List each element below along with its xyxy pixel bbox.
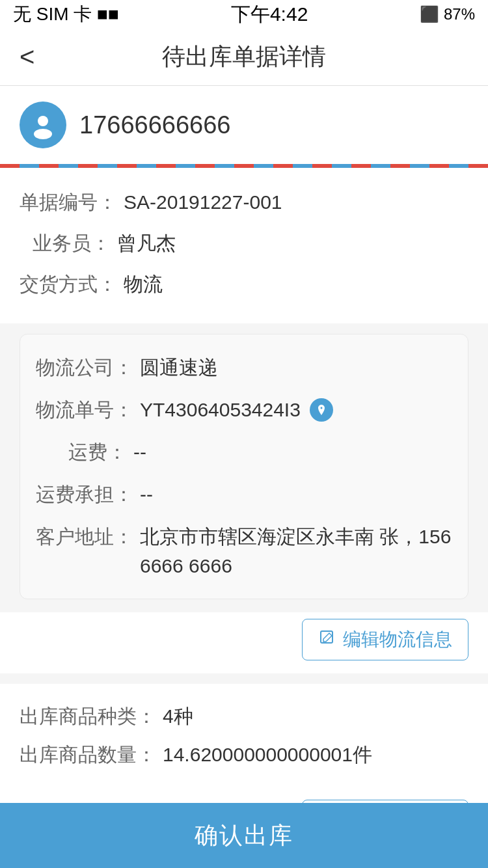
logistics-tracking-value: YT43064053424I3 — [133, 395, 452, 424]
logistics-freight-bear-label: 运费承担： — [36, 480, 133, 509]
status-left: 无 SIM 卡 ■■ — [13, 2, 119, 27]
status-time: 下午4:42 — [231, 1, 308, 28]
logistics-freight-bear-row: 运费承担： -- — [36, 480, 452, 509]
goods-section: 出库商品种类： 4种 出库商品数量： 14.620000000000001件 — [0, 684, 488, 793]
logistics-freight-row: 运费： -- — [36, 437, 452, 467]
salesman-value: 曾凡杰 — [111, 228, 468, 258]
logistics-card: 物流公司： 圆通速递 物流单号： YT43064053424I3 运费： -- … — [20, 334, 468, 599]
confirm-button-label: 确认出库 — [195, 820, 293, 852]
doc-number-row: 单据编号： SA-20191227-001 — [20, 187, 468, 217]
goods-quantity-label: 出库商品数量： — [20, 742, 156, 768]
avatar — [20, 102, 66, 148]
nav-bar: < 待出库单据详情 — [0, 29, 488, 86]
battery-icon: ⬛ 87% — [420, 5, 475, 23]
logistics-address-value: 北京市市辖区海淀区永丰南 张，156 6666 6666 — [133, 522, 452, 580]
document-info-section: 单据编号： SA-20191227-001 业务员： 曾凡杰 交货方式： 物流 — [0, 168, 488, 323]
logistics-company-label: 物流公司： — [36, 353, 133, 382]
logistics-address-label: 客户地址： — [36, 522, 133, 551]
edit-logistics-button[interactable]: 编辑物流信息 — [302, 619, 468, 660]
section-divider — [0, 673, 488, 684]
logistics-address-row: 客户地址： 北京市市辖区海淀区永丰南 张，156 6666 6666 — [36, 522, 452, 580]
delivery-label: 交货方式： — [20, 269, 117, 299]
confirm-button-bar[interactable]: 确认出库 — [0, 803, 488, 868]
page-title: 待出库单据详情 — [162, 41, 326, 73]
content-area: 17666666666 单据编号： SA-20191227-001 业务员： 曾… — [0, 86, 488, 868]
logistics-tracking-label: 物流单号： — [36, 395, 133, 424]
edit-icon — [318, 629, 336, 651]
delivery-row: 交货方式： 物流 — [20, 269, 468, 299]
user-phone: 17666666666 — [79, 111, 230, 139]
doc-number-value: SA-20191227-001 — [117, 187, 468, 217]
logistics-freight-value: -- — [127, 437, 452, 467]
goods-quantity-value: 14.620000000000001件 — [156, 742, 372, 768]
edit-logistics-label: 编辑物流信息 — [343, 627, 452, 652]
goods-type-label: 出库商品种类： — [20, 703, 156, 730]
logistics-company-value: 圆通速递 — [133, 353, 452, 382]
logistics-freight-label: 运费： — [36, 437, 127, 467]
delivery-value: 物流 — [117, 269, 468, 299]
salesman-label: 业务员： — [20, 228, 111, 258]
goods-type-row: 出库商品种类： 4种 — [20, 703, 468, 730]
svg-point-1 — [34, 129, 52, 139]
logistics-freight-bear-value: -- — [133, 480, 452, 509]
status-bar: 无 SIM 卡 ■■ 下午4:42 ⬛ 87% — [0, 0, 488, 29]
status-right: ⬛ 87% — [420, 5, 475, 23]
logistics-tracking-row: 物流单号： YT43064053424I3 — [36, 395, 452, 424]
logistics-company-row: 物流公司： 圆通速递 — [36, 353, 452, 382]
salesman-row: 业务员： 曾凡杰 — [20, 228, 468, 258]
goods-type-value: 4种 — [156, 703, 193, 730]
goods-quantity-row: 出库商品数量： 14.620000000000001件 — [20, 742, 468, 768]
user-header: 17666666666 — [0, 86, 488, 164]
svg-point-0 — [38, 116, 48, 126]
back-button[interactable]: < — [20, 42, 34, 72]
edit-btn-row: 编辑物流信息 — [0, 612, 488, 673]
doc-number-label: 单据编号： — [20, 187, 117, 217]
location-icon[interactable] — [310, 398, 333, 422]
